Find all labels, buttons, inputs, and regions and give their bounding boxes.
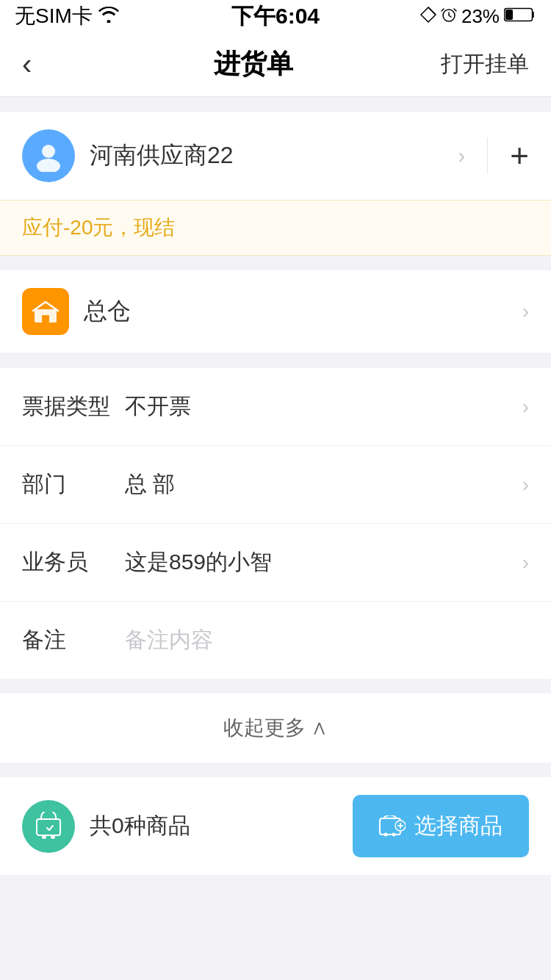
location-icon [420,5,436,28]
supplier-name: 河南供应商22 [90,140,458,172]
svg-point-12 [392,832,396,836]
svg-rect-6 [42,315,49,323]
department-row[interactable]: 部门 总 部 › [0,446,551,524]
warehouse-section: 总仓 › [0,270,551,353]
battery-percent: 23% [461,5,500,28]
supplier-chevron-icon: › [458,143,465,168]
salesperson-value: 这是859的小智 [125,547,515,577]
supplier-avatar [22,129,75,182]
remark-input[interactable]: 备注内容 [125,625,529,655]
wifi-icon [98,4,119,28]
status-carrier: 无SIM卡 [15,2,119,30]
collapse-button[interactable]: 收起更多 ∧ [0,693,551,763]
warehouse-icon [22,288,69,335]
warehouse-row[interactable]: 总仓 › [0,270,551,353]
svg-point-11 [384,832,388,836]
salesperson-chevron: › [522,551,529,574]
nav-bar: ‹ 进货单 打开挂单 [0,32,551,97]
status-right: 23% [420,5,536,28]
warehouse-chevron-icon: › [522,300,529,323]
notice-bar: 应付-20元，现结 [0,200,551,256]
invoice-type-chevron: › [522,395,529,419]
cart-count-label: 共0种商品 [90,811,338,841]
cart-icon-wrap [22,800,75,853]
invoice-type-row[interactable]: 票据类型 不开票 › [0,368,551,446]
remark-label: 备注 [22,625,125,655]
section-sep-1 [0,97,551,112]
invoice-type-label: 票据类型 [22,392,125,422]
select-product-button[interactable]: 选择商品 [353,795,529,857]
section-sep-2 [0,256,551,270]
svg-point-4 [37,159,60,172]
salesperson-row[interactable]: 业务员 这是859的小智 › [0,524,551,602]
department-value: 总 部 [125,469,515,500]
select-product-label: 选择商品 [414,811,503,841]
bottom-bar: 共0种商品 选择商品 [0,777,551,875]
add-supplier-button[interactable]: + [510,137,529,174]
department-chevron: › [522,473,529,497]
svg-point-3 [42,145,55,158]
page-title: 进货单 [214,46,293,82]
status-time: 下午6:04 [231,1,320,32]
divider-vertical [487,137,488,174]
salesperson-label: 业务员 [22,547,125,577]
back-button[interactable]: ‹ [22,48,66,81]
open-pending-button[interactable]: 打开挂单 [441,49,529,79]
status-bar: 无SIM卡 下午6:04 23% [0,0,551,32]
carrier-text: 无SIM卡 [15,2,93,30]
svg-point-9 [51,835,55,839]
supplier-row[interactable]: 河南供应商22 › + [0,112,551,200]
notice-text: 应付-20元，现结 [22,216,175,239]
svg-rect-7 [37,819,60,835]
form-section: 票据类型 不开票 › 部门 总 部 › 业务员 这是859的小智 › 备注 备注… [0,368,551,679]
invoice-type-value: 不开票 [125,392,515,422]
svg-rect-2 [505,10,513,20]
warehouse-name: 总仓 [84,295,522,328]
alarm-icon [441,5,457,28]
remark-row[interactable]: 备注 备注内容 [0,602,551,679]
department-label: 部门 [22,469,125,500]
svg-point-8 [42,835,46,839]
page-content: 河南供应商22 › + 应付-20元，现结 总仓 › 票据类型 [0,97,551,904]
battery-icon [504,5,536,28]
supplier-section: 河南供应商22 › + 应付-20元，现结 [0,112,551,256]
